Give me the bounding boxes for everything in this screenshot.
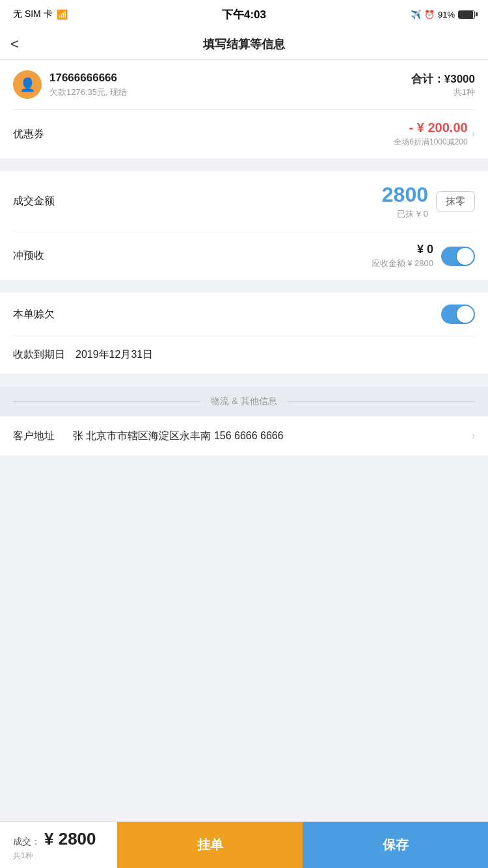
address-chevron-icon: › xyxy=(472,430,475,442)
bottom-summary-top: 成交： ¥ 2800 xyxy=(13,829,104,849)
debt-toggle-knob xyxy=(457,306,474,323)
coupon-label: 优惠券 xyxy=(13,128,44,141)
coupon-desc: 全场6折满1000减200 xyxy=(394,137,467,148)
back-button[interactable]: < xyxy=(10,36,19,53)
due-value: 2019年12月31日 xyxy=(75,348,153,362)
address-label: 客户地址 xyxy=(13,429,65,443)
coupon-chevron-icon: › xyxy=(472,128,475,140)
bottom-summary: 成交： ¥ 2800 共1种 xyxy=(0,829,117,861)
wifi-icon: 📶 xyxy=(57,9,68,20)
amount-value: 2800 xyxy=(382,183,428,207)
due-label: 收款到期日 xyxy=(13,348,65,362)
due-date-row: 收款到期日 2019年12月31日 xyxy=(13,336,475,373)
customer-row[interactable]: 👤 17666666666 欠款1276.35元, 现结 合计：¥3000 共1… xyxy=(13,60,475,110)
main-content: 👤 17666666666 欠款1276.35元, 现结 合计：¥3000 共1… xyxy=(0,60,488,606)
bottom-spacer xyxy=(0,560,488,606)
divider-line-right xyxy=(288,401,475,402)
alarm-icon: ⏰ xyxy=(424,10,435,20)
customer-left: 👤 17666666666 欠款1276.35元, 现结 xyxy=(13,70,127,99)
divider-line-left xyxy=(13,401,200,402)
customer-total: 合计：¥3000 共1种 xyxy=(411,72,475,98)
page-title: 填写结算等信息 xyxy=(203,36,285,52)
status-bar: 无 SIM 卡 📶 下午4:03 ✈️ ⏰ 91% xyxy=(0,0,488,29)
prepay-sub: 应收金额 ¥ 2800 xyxy=(372,258,433,269)
customer-phone: 17666666666 xyxy=(49,72,127,85)
status-time: 下午4:03 xyxy=(222,7,266,22)
amount-value-block: 2800 已抹 ¥ 0 xyxy=(382,183,428,220)
amount-section: 成交金额 2800 已抹 ¥ 0 抹零 冲预收 ¥ 0 应收金额 ¥ 2800 xyxy=(0,171,488,280)
debt-section: 本单赊欠 收款到期日 2019年12月31日 xyxy=(0,293,488,373)
customer-debt: 欠款1276.35元, 现结 xyxy=(49,87,127,98)
prepay-label: 冲预收 xyxy=(13,249,44,263)
round-button[interactable]: 抹零 xyxy=(436,191,475,211)
separator-1 xyxy=(0,165,488,171)
bottom-actions: 挂单 保存 xyxy=(117,822,488,868)
amount-label: 成交金额 xyxy=(13,195,55,208)
carrier-text: 无 SIM 卡 xyxy=(13,8,53,20)
debt-row: 本单赊欠 xyxy=(13,293,475,336)
hold-button[interactable]: 挂单 xyxy=(117,822,303,868)
divider-text: 物流 & 其他信息 xyxy=(211,396,277,407)
coupon-right: - ¥ 200.00 全场6折满1000减200 › xyxy=(394,120,475,148)
address-value: 张 北京市市辖区海淀区永丰南 156 6666 6666 xyxy=(73,428,467,444)
battery-icon xyxy=(458,10,475,19)
amount-right: 2800 已抹 ¥ 0 抹零 xyxy=(382,183,475,220)
prepay-amount: ¥ 0 xyxy=(372,243,433,256)
battery-percent: 91% xyxy=(438,10,455,20)
nav-bar: < 填写结算等信息 xyxy=(0,29,488,60)
prepay-row: 冲预收 ¥ 0 应收金额 ¥ 2800 xyxy=(13,232,475,280)
divider-section: 物流 & 其他信息 xyxy=(0,387,488,416)
status-left: 无 SIM 卡 📶 xyxy=(13,8,68,20)
prepay-toggle[interactable] xyxy=(441,247,475,266)
amount-sub: 已抹 ¥ 0 xyxy=(382,208,428,220)
coupon-discount: - ¥ 200.00 xyxy=(394,120,467,135)
bottom-bar: 成交： ¥ 2800 共1种 挂单 保存 xyxy=(0,821,488,868)
customer-section: 👤 17666666666 欠款1276.35元, 现结 合计：¥3000 共1… xyxy=(0,60,488,158)
gray-filler xyxy=(0,455,488,560)
avatar: 👤 xyxy=(13,70,42,99)
avatar-icon: 👤 xyxy=(20,77,36,92)
separator-3 xyxy=(0,380,488,387)
debt-label: 本单赊欠 xyxy=(13,308,55,321)
total-count: 共1种 xyxy=(411,87,475,98)
address-row[interactable]: 客户地址 张 北京市市辖区海淀区永丰南 156 6666 6666 › xyxy=(0,416,488,455)
debt-toggle[interactable] xyxy=(441,305,475,324)
bottom-summary-amount: ¥ 2800 xyxy=(44,829,96,849)
prepay-value-block: ¥ 0 应收金额 ¥ 2800 xyxy=(372,243,433,269)
total-amount: 合计：¥3000 xyxy=(411,72,475,87)
toggle-knob xyxy=(457,248,474,265)
amount-row: 成交金额 2800 已抹 ¥ 0 抹零 xyxy=(13,171,475,232)
coupon-row[interactable]: 优惠券 - ¥ 200.00 全场6折满1000减200 › xyxy=(13,110,475,158)
status-right: ✈️ ⏰ 91% xyxy=(411,10,475,20)
location-icon: ✈️ xyxy=(411,10,421,20)
coupon-info: - ¥ 200.00 全场6折满1000减200 xyxy=(394,120,467,148)
prepay-right: ¥ 0 应收金额 ¥ 2800 xyxy=(372,243,475,269)
bottom-summary-count: 共1种 xyxy=(13,850,104,861)
bottom-summary-label: 成交： xyxy=(13,836,40,848)
save-button[interactable]: 保存 xyxy=(303,822,488,868)
separator-2 xyxy=(0,286,488,293)
customer-info: 17666666666 欠款1276.35元, 现结 xyxy=(49,72,127,98)
